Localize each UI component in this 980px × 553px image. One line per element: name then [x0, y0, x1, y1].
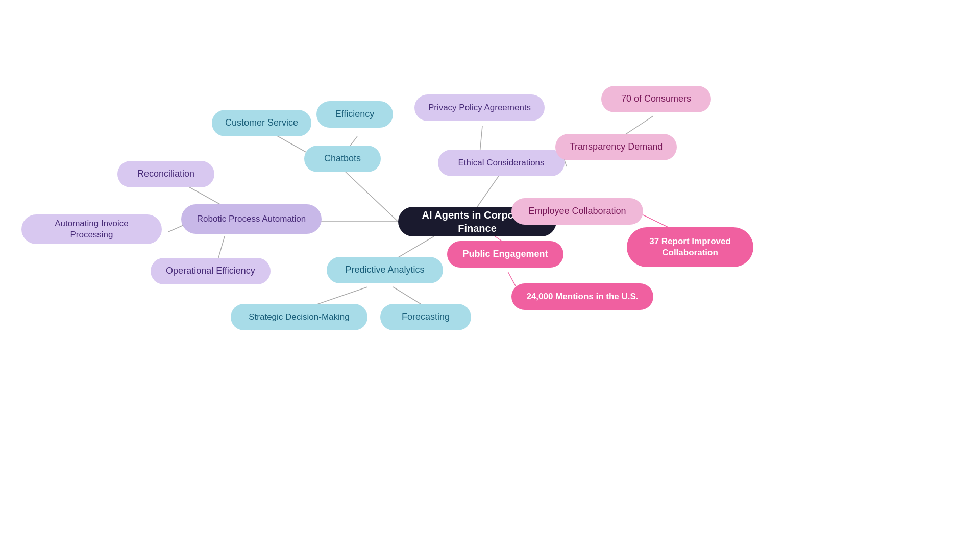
customer-service-node: Customer Service [212, 110, 311, 136]
privacy-node: Privacy Policy Agreements [414, 94, 545, 121]
report-collab-node: 37 Report Improved Collaboration [627, 227, 753, 267]
transparency-node: Transparency Demand [555, 134, 677, 160]
mentions-node: 24,000 Mentions in the U.S. [511, 283, 653, 310]
efficiency-node: Efficiency [316, 101, 393, 128]
seventy-node: 70 of Consumers [601, 86, 711, 112]
employee-collab-node: Employee Collaboration [511, 198, 643, 225]
forecasting-node: Forecasting [380, 304, 471, 330]
svg-line-17 [508, 272, 516, 286]
automating-node: Automating Invoice Processing [21, 214, 162, 244]
ethical-node: Ethical Considerations [438, 150, 565, 176]
reconciliation-node: Reconciliation [117, 161, 214, 187]
predictive-node: Predictive Analytics [327, 257, 443, 283]
operational-node: Operational Efficiency [151, 258, 271, 284]
strategic-node: Strategic Decision-Making [231, 304, 368, 330]
public-engagement-node: Public Engagement [447, 241, 564, 268]
rpa-node: Robotic Process Automation [181, 204, 322, 234]
chatbots-node: Chatbots [304, 146, 381, 172]
svg-line-0 [342, 169, 398, 222]
